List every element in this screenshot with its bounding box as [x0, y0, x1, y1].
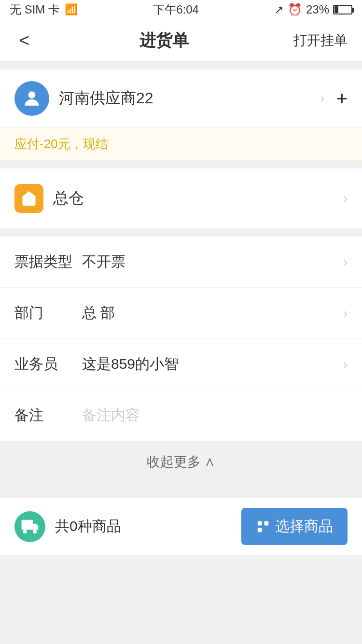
remark-label: 备注 — [14, 406, 82, 425]
info-banner-text: 应付-20元，现结 — [14, 137, 108, 151]
warehouse-name: 总仓 — [53, 188, 343, 209]
department-label: 部门 — [14, 303, 82, 323]
supplier-row[interactable]: 河南供应商22 › + — [0, 70, 362, 128]
svg-rect-5 — [265, 521, 269, 525]
svg-rect-6 — [258, 528, 262, 532]
svg-point-0 — [28, 91, 36, 98]
section-gap-2 — [0, 161, 362, 168]
remark-value[interactable]: 备注内容 — [82, 406, 348, 425]
wifi-icon: 📶 — [65, 3, 78, 16]
avatar-icon — [21, 88, 42, 109]
product-count-label: 共0种商品 — [55, 517, 232, 536]
collapse-label: 收起更多 ∧ — [147, 454, 216, 469]
battery-fill — [334, 6, 338, 13]
remark-row[interactable]: 备注 备注内容 — [0, 390, 362, 441]
info-banner: 应付-20元，现结 — [0, 128, 362, 161]
nav-bar: < 进货单 打开挂单 — [0, 19, 362, 62]
supplier-chevron-icon: › — [320, 91, 324, 106]
svg-point-3 — [33, 530, 37, 533]
select-product-button[interactable]: 选择商品 — [241, 508, 348, 545]
salesperson-chevron-icon: › — [343, 357, 348, 372]
collapse-button[interactable]: 收起更多 ∧ — [0, 441, 362, 483]
svg-rect-4 — [258, 521, 262, 525]
product-icon — [21, 518, 39, 536]
section-gap-4 — [0, 483, 362, 490]
invoice-type-value: 不开票 — [82, 252, 343, 272]
carrier-label: 无 SIM 卡 — [10, 2, 60, 17]
status-left: 无 SIM 卡 📶 — [10, 2, 78, 17]
salesperson-label: 业务员 — [14, 354, 82, 374]
status-bar: 无 SIM 卡 📶 下午6:04 ↗ ⏰ 23% — [0, 0, 362, 19]
section-gap-3 — [0, 229, 362, 237]
supplier-card: 河南供应商22 › + 应付-20元，现结 — [0, 70, 362, 161]
bottom-bar: 共0种商品 选择商品 — [0, 498, 362, 555]
status-right: ↗ ⏰ 23% — [274, 3, 352, 16]
svg-rect-1 — [22, 519, 33, 530]
department-chevron-icon: › — [343, 306, 348, 321]
department-value: 总 部 — [82, 303, 343, 323]
select-product-label: 选择商品 — [275, 517, 333, 536]
salesperson-value: 这是859的小智 — [82, 354, 343, 374]
battery-icon — [333, 5, 352, 14]
supplier-avatar — [14, 81, 49, 116]
warehouse-chevron-icon: › — [343, 191, 348, 206]
form-card: 票据类型 不开票 › 部门 总 部 › 业务员 这是859的小智 › 备注 备注… — [0, 237, 362, 441]
status-time: 下午6:04 — [153, 2, 199, 17]
invoice-type-row[interactable]: 票据类型 不开票 › — [0, 237, 362, 288]
supplier-name: 河南供应商22 — [59, 88, 320, 109]
warehouse-icon-bg — [14, 184, 43, 213]
back-button[interactable]: < — [14, 26, 34, 56]
svg-point-2 — [23, 530, 27, 533]
product-icon-bg — [14, 511, 45, 542]
salesperson-row[interactable]: 业务员 这是859的小智 › — [0, 339, 362, 390]
warehouse-card: 总仓 › — [0, 168, 362, 229]
warehouse-icon — [20, 190, 38, 207]
invoice-type-chevron-icon: › — [343, 254, 348, 270]
invoice-type-label: 票据类型 — [14, 252, 82, 272]
page-title: 进货单 — [139, 29, 189, 52]
warehouse-row[interactable]: 总仓 › — [0, 168, 362, 229]
department-row[interactable]: 部门 总 部 › — [0, 288, 362, 339]
alarm-icon: ⏰ — [288, 3, 302, 16]
section-gap-1 — [0, 62, 362, 70]
add-supplier-button[interactable]: + — [336, 88, 348, 110]
location-icon: ↗ — [274, 3, 284, 16]
select-product-icon — [256, 519, 270, 534]
supplier-actions: › + — [320, 88, 348, 110]
open-pending-button[interactable]: 打开挂单 — [293, 31, 348, 50]
battery-percent: 23% — [306, 3, 329, 16]
